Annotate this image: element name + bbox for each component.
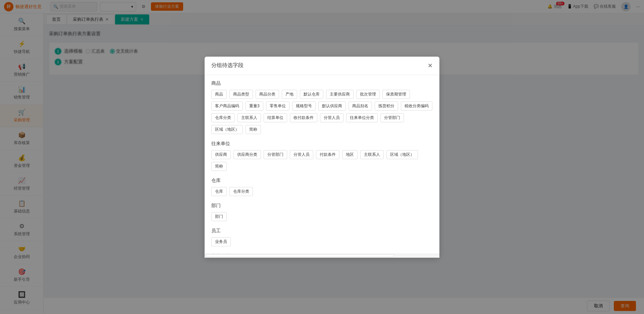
section-employee: 员工 业务员 [211,228,433,246]
field-payment-terms[interactable]: 收付款条件 [290,113,317,122]
field-region[interactable]: 区域（地区） [386,150,418,159]
field-expiry-mgmt[interactable]: 保质期管理 [382,90,410,99]
modal-body[interactable]: 商品 商品 商品类型 商品分类 产地 默认仓库 主要供应商 批次管理 保质期管理… [205,75,439,254]
field-retail-unit[interactable]: 零售单位 [266,102,289,111]
field-supervisor-dept-p[interactable]: 分管部门 [380,113,404,122]
modal-title: 分组待选字段 [211,62,244,69]
field-main-supplier[interactable]: 主要供应商 [326,90,354,99]
field-main-contact2[interactable]: 主联系人 [360,150,384,159]
field-pick-points[interactable]: 拣货积分 [375,102,398,111]
field-department[interactable]: 部门 [211,212,227,221]
field-product-category[interactable]: 商品分类 [256,90,279,99]
modal-overlay: 分组待选字段 ✕ 商品 商品 商品类型 商品分类 产地 默认仓库 主要供应商 批… [0,0,644,314]
field-origin[interactable]: 产地 [282,90,297,99]
section-employee-title: 员工 [211,228,433,234]
product-fields: 商品 商品类型 商品分类 产地 默认仓库 主要供应商 批次管理 保质期管理 客户… [211,90,433,134]
department-fields: 部门 [211,212,433,221]
field-main-contact[interactable]: 主联系人 [237,113,261,122]
field-short-name[interactable]: 简称 [211,162,227,171]
field-supplier-category[interactable]: 供应商分类 [233,150,261,159]
partner-fields: 供应商 供应商分类 分管部门 分管人员 付款条件 地区 主联系人 区域（地区） … [211,150,433,171]
field-spec-model[interactable]: 规格型号 [292,102,316,111]
field-warehouse-cat[interactable]: 仓库分类 [229,187,253,196]
section-product-title: 商品 [211,80,433,86]
field-product[interactable]: 商品 [211,90,227,99]
field-area[interactable]: 地区 [342,150,358,159]
section-department-title: 部门 [211,203,433,209]
field-settle-unit[interactable]: 结算单位 [264,113,287,122]
field-default-warehouse[interactable]: 默认仓库 [300,90,323,99]
section-warehouse: 仓库 仓库 仓库分类 [211,178,433,196]
modal-hscroll[interactable] [205,254,439,257]
field-tax-code[interactable]: 税收分类编码 [401,102,432,111]
modal-header: 分组待选字段 ✕ [205,57,439,75]
field-payment-cond[interactable]: 付款条件 [316,150,339,159]
field-supervisor-dept[interactable]: 分管部门 [264,150,287,159]
field-selection-modal: 分组待选字段 ✕ 商品 商品 商品类型 商品分类 产地 默认仓库 主要供应商 批… [205,57,439,258]
section-partner: 往来单位 供应商 供应商分类 分管部门 分管人员 付款条件 地区 主联系人 区域… [211,141,433,171]
section-partner-title: 往来单位 [211,141,433,147]
warehouse-fields: 仓库 仓库分类 [211,187,433,196]
field-warehouse[interactable]: 仓库 [211,187,227,196]
field-salesperson[interactable]: 业务员 [211,237,231,246]
field-supervisor-person[interactable]: 分管人员 [320,113,343,122]
employee-fields: 业务员 [211,237,433,246]
field-weight3[interactable]: 重量3 [246,102,263,111]
field-region-p[interactable]: 区域（地区） [211,125,243,134]
field-product-type[interactable]: 商品类型 [229,90,253,99]
modal-close-btn[interactable]: ✕ [428,62,433,69]
field-product-alias[interactable]: 商品别名 [348,102,372,111]
field-short-name-p[interactable]: 简称 [246,125,261,134]
field-customer-sku[interactable]: 客户商品编码 [211,102,243,111]
field-warehouse-category[interactable]: 仓库分类 [211,113,235,122]
section-department: 部门 部门 [211,203,433,221]
section-warehouse-title: 仓库 [211,178,433,184]
field-partner-category[interactable]: 往来单位分类 [346,113,378,122]
field-batch-mgmt[interactable]: 批次管理 [356,90,380,99]
section-product: 商品 商品 商品类型 商品分类 产地 默认仓库 主要供应商 批次管理 保质期管理… [211,80,433,134]
field-supervisor-person2[interactable]: 分管人员 [290,150,313,159]
field-supplier[interactable]: 供应商 [211,150,231,159]
field-default-supplier[interactable]: 默认供应商 [318,102,346,111]
